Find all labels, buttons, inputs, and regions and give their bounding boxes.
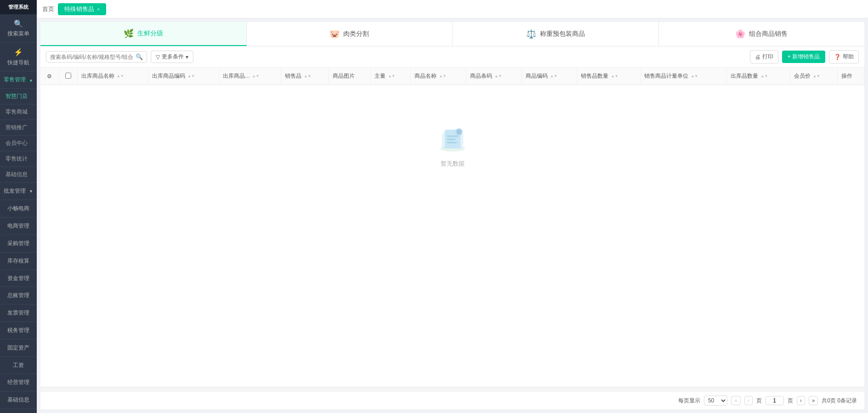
th-product-img[interactable]: 商品图片 [329, 68, 370, 85]
tab-combo-sales[interactable]: 🌸 组合商品销售 [659, 22, 865, 46]
help-label: 帮助 [843, 53, 854, 61]
help-button[interactable]: ❓ 帮助 [829, 50, 859, 63]
search-icon: 🔍 [14, 19, 23, 29]
tab-label: 特殊销售品 [64, 5, 94, 13]
sidebar-item-retail-stats[interactable]: 零售统计 [0, 151, 37, 167]
sidebar-item-label: 总账管理 [7, 292, 29, 299]
home-link[interactable]: 首页 [42, 5, 54, 13]
th-out-name[interactable]: 出库商品名称 ▲▼ [77, 68, 148, 85]
sidebar-item-fixed-assets[interactable]: 固定资产 [0, 339, 37, 357]
sort-icon: ▲▼ [187, 75, 195, 78]
sidebar-item-sys-mgmt[interactable]: 系统管理 [0, 409, 37, 413]
sidebar-item-labor[interactable]: 工资 [0, 357, 37, 374]
select-all-checkbox[interactable] [65, 73, 71, 79]
bottom-scroll[interactable] [40, 387, 864, 391]
th-main-qty[interactable]: 主量 ▲▼ [371, 68, 411, 85]
th-checkbox[interactable] [59, 68, 77, 85]
prev-page-button[interactable]: ‹ [744, 396, 753, 405]
table-header-row: ⚙ 出库商品名称 ▲▼ 出库商品编码 ▲▼ [40, 68, 864, 85]
th-sale-qty[interactable]: 销售品数量 ▲▼ [577, 68, 641, 85]
th-out-qty[interactable]: 出库品数量 ▲▼ [726, 68, 790, 85]
sidebar-item-quick-nav[interactable]: ⚡ 快捷导航 [0, 43, 37, 71]
page-unit: 页 [788, 397, 793, 405]
sidebar-item-purchase-mgmt[interactable]: 采购管理 [0, 235, 37, 252]
sidebar-item-label: 基础信息 [6, 171, 28, 178]
tab-label: 称重预包装商品 [540, 30, 585, 38]
sidebar-item-label: 基础信息 [7, 396, 29, 404]
th-barcode[interactable]: 商品条码 ▲▼ [466, 68, 522, 85]
print-button[interactable]: 🖨 打印 [750, 50, 778, 63]
print-icon: 🖨 [755, 54, 760, 60]
empty-text: 暂无数据 [441, 160, 465, 168]
sidebar-item-retail-mall[interactable]: 零售商城 [0, 104, 37, 120]
sidebar-item-tax-mgmt[interactable]: 税务管理 [0, 322, 37, 339]
th-sale-item[interactable]: 销售品 ▲▼ [281, 68, 329, 85]
settings-icon: ⚙ [47, 73, 52, 80]
search-box[interactable]: 🔍 [46, 51, 147, 63]
sidebar-logo: 管理系统 [0, 0, 37, 14]
tab-fresh-grade[interactable]: 🌿 生鲜分级 [40, 22, 247, 46]
sidebar-item-label: 工资 [13, 361, 24, 369]
topbar: 首页 特殊销售品 × [37, 0, 868, 18]
lightning-icon: ⚡ [14, 47, 23, 57]
sidebar-item-label: 搜索菜单 [7, 30, 29, 38]
sidebar-item-search[interactable]: 🔍 搜索菜单 [0, 14, 37, 43]
sidebar-item-ledger-mgmt[interactable]: 总账管理 [0, 287, 37, 304]
svg-rect-3 [447, 136, 458, 137]
sidebar-item-label: 批发管理 [4, 187, 26, 195]
th-out-spec[interactable]: 出库商品... ▲▼ [219, 68, 281, 85]
sidebar-item-label: 营销推广 [6, 124, 28, 131]
sort-icon: ▲▼ [760, 75, 768, 78]
svg-point-9 [457, 131, 461, 134]
sidebar-item-label: 发票管理 [7, 309, 29, 317]
sidebar-item-invoice-mgmt[interactable]: 发票管理 [0, 304, 37, 322]
add-button[interactable]: + 新增销售品 [782, 51, 825, 63]
first-page-button[interactable]: « [731, 396, 741, 405]
sidebar-item-ecom-mgmt[interactable]: 电商管理 [0, 218, 37, 235]
sidebar-item-retail-mgmt[interactable]: 零售管理 ▲ [0, 71, 37, 89]
sort-icon: ▲▼ [550, 75, 557, 78]
close-tab-icon[interactable]: × [97, 6, 100, 12]
sidebar-item-basic-info2[interactable]: 基础信息 [0, 391, 37, 409]
page-size-select[interactable]: 50 10 20 100 [704, 396, 727, 406]
sidebar-item-member-center[interactable]: 会员中心 [0, 136, 37, 151]
total-info: 共0页 0条记录 [822, 397, 857, 405]
filter-arrow-icon: ▾ [186, 54, 188, 60]
sidebar-item-smart-store[interactable]: 智慧门店 [0, 89, 37, 104]
special-sales-tab[interactable]: 特殊销售品 × [58, 3, 106, 15]
sort-icon: ▲▼ [439, 75, 447, 78]
last-page-button[interactable]: » [809, 396, 818, 405]
sidebar-item-basic-info[interactable]: 基础信息 [0, 167, 37, 183]
tab-meat-cut[interactable]: 🐷 肉类分割 [247, 22, 453, 46]
th-product-code[interactable]: 商品编码 ▲▼ [522, 68, 577, 85]
pagination: 每页显示 50 10 20 100 « ‹ 页 页 › » 共0页 0条记录 [40, 391, 864, 409]
sidebar-item-capital-mgmt[interactable]: 资金管理 [0, 270, 37, 287]
filter-button[interactable]: ▽ 更多条件 ▾ [151, 51, 193, 63]
pig-icon: 🐷 [329, 29, 340, 39]
table-container[interactable]: ⚙ 出库商品名称 ▲▼ 出库商品编码 ▲▼ [40, 68, 864, 387]
sidebar-item-label: 小畅电商 [7, 205, 29, 212]
th-out-code[interactable]: 出库商品编码 ▲▼ [148, 68, 219, 85]
sidebar-item-label: 零售商城 [6, 109, 28, 115]
th-settings[interactable]: ⚙ [40, 68, 59, 85]
th-member-price[interactable]: 会员价 ▲▼ [790, 68, 838, 85]
chevron-up-icon: ▲ [29, 78, 33, 82]
next-page-button[interactable]: › [797, 396, 805, 405]
sidebar-item-ops-mgmt[interactable]: 经营管理 [0, 374, 37, 391]
tab-weigh-pack[interactable]: ⚖️ 称重预包装商品 [453, 22, 659, 46]
sidebar-item-label: 库存核算 [7, 257, 29, 265]
sidebar-item-mini-ecom[interactable]: 小畅电商 [0, 200, 37, 218]
sidebar-item-sales-promo[interactable]: 营销推广 [0, 120, 37, 136]
sidebar-item-label: 经营管理 [7, 379, 29, 386]
sidebar-item-inventory[interactable]: 库存核算 [0, 252, 37, 270]
page-number-input[interactable] [766, 396, 784, 405]
sidebar-item-label: 智慧门店 [6, 93, 28, 99]
search-input[interactable] [50, 54, 136, 60]
sort-icon: ▲▼ [691, 75, 698, 78]
help-icon: ❓ [834, 54, 841, 60]
filter-icon: ▽ [156, 54, 160, 60]
category-tabs: 🌿 生鲜分级 🐷 肉类分割 ⚖️ 称重预包装商品 🌸 组合商品销售 [40, 22, 864, 46]
th-product-name[interactable]: 商品名称 ▲▼ [411, 68, 466, 85]
sidebar-item-batch-mgmt[interactable]: 批发管理 ▼ [0, 183, 37, 200]
th-sale-unit[interactable]: 销售商品计量单位 ▲▼ [640, 68, 726, 85]
